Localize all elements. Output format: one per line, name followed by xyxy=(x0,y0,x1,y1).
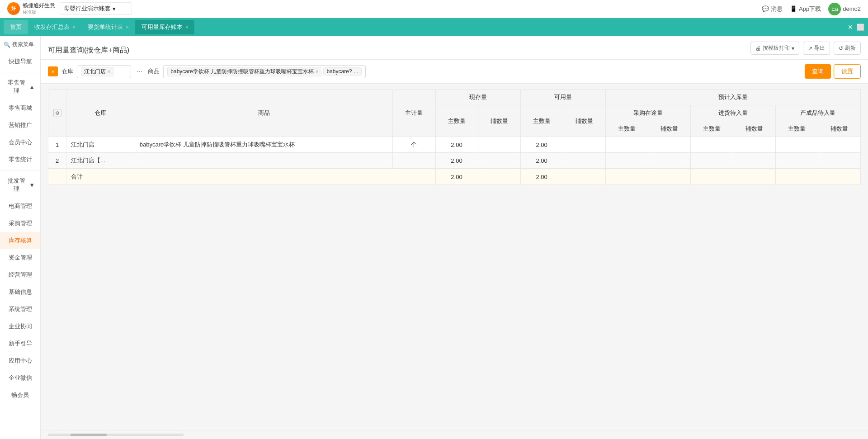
top-bar-left: 好 畅捷通好生意 标准版 母婴行业演示账套 ▾ xyxy=(7,2,132,15)
sidebar-retail-stat-label: 零售统计 xyxy=(9,156,32,164)
row1-current-main: 2.00 xyxy=(435,137,478,153)
print-button[interactable]: 🖨 按模板打印 ▾ xyxy=(750,42,799,55)
sidebar-item-enterprise[interactable]: 企业协同 xyxy=(0,318,40,335)
col-current-aux-header: 辅数量 xyxy=(478,105,520,137)
app-download-label: App下载 xyxy=(799,5,821,13)
avatar-text: Ea xyxy=(831,6,838,12)
nav-tabs: 首页 收发存汇总表 × 要货单统计表 × 可用量库存账本 × ✕ ⬜ xyxy=(0,18,868,36)
sidebar-item-finance[interactable]: 资金管理 xyxy=(0,249,40,266)
app-name: 畅捷通好生意 xyxy=(23,2,55,9)
table-row: 1 江北门店 babycare学饮杯 儿童防摔防撞吸管杯重力球吸嘴杯宝宝水杯 个… xyxy=(48,137,861,153)
user-area[interactable]: Ea demo2 xyxy=(828,3,861,15)
sidebar-retail-mall-label: 零售商城 xyxy=(9,104,32,112)
sidebar-search-label: 搜索菜单 xyxy=(12,41,34,48)
close-window-icon[interactable]: ✕ xyxy=(848,24,853,31)
refresh-button[interactable]: ↺ 刷新 xyxy=(834,42,861,55)
industry-selector[interactable]: 母婴行业演示账套 ▾ xyxy=(60,2,132,15)
sidebar-item-retail[interactable]: 零售管理 ▲ xyxy=(0,74,40,99)
sidebar-item-retail-stat[interactable]: 零售统计 xyxy=(0,151,40,168)
tab-receive-close[interactable]: × xyxy=(72,24,75,30)
sidebar-quicknav-label: 快捷导航 xyxy=(9,57,32,66)
sidebar-finance-label: 资金管理 xyxy=(9,254,32,262)
sidebar-item-business[interactable]: 经营管理 xyxy=(0,266,40,283)
col-incoming-header: 进货待入量 xyxy=(690,105,775,121)
sidebar-item-appstore[interactable]: 应用中心 xyxy=(0,352,40,369)
table-settings-icon[interactable]: ⚙ xyxy=(53,109,61,117)
product-tag-1: babycare学饮杯 儿童防摔防撞吸管杯重力球吸嘴杯宝宝水杯 × xyxy=(167,67,321,76)
row2-prod-aux xyxy=(818,153,860,169)
tab-inventory-close[interactable]: × xyxy=(185,24,188,30)
sidebar-item-purchase[interactable]: 采购管理 xyxy=(0,215,40,232)
product-tag-1-remove[interactable]: × xyxy=(316,69,318,74)
sidebar-system-label: 系统管理 xyxy=(9,305,32,313)
sidebar-ecommerce-label: 电商管理 xyxy=(9,202,32,210)
tab-inventory[interactable]: 可用量库存账本 × xyxy=(135,20,194,34)
row1-warehouse: 江北门店 xyxy=(66,137,135,153)
col-warehouse-header: 仓库 xyxy=(66,90,135,137)
sidebar-item-marketing[interactable]: 营销推广 xyxy=(0,117,40,134)
warehouse-filter-input[interactable]: 江北门店 × xyxy=(77,65,131,78)
sidebar-item-quicknav[interactable]: 快捷导航 xyxy=(0,53,40,70)
page-title: 可用量查询(按仓库+商品) xyxy=(48,46,129,55)
export-button[interactable]: ↗ 导出 xyxy=(803,42,830,55)
sidebar-item-ecommerce[interactable]: 电商管理 xyxy=(0,198,40,215)
data-table: ⚙ 仓库 商品 主计量 现存量 可用量 预计入库量 主数量 辅数量 主数量 辅数… xyxy=(48,89,861,185)
scroll-thumb[interactable] xyxy=(71,434,107,436)
sidebar-marketing-label: 营销推广 xyxy=(9,121,32,129)
sidebar-item-system[interactable]: 系统管理 xyxy=(0,301,40,318)
app-download-button[interactable]: 📱 App下载 xyxy=(790,5,821,13)
sidebar-item-basic[interactable]: 基础信息 xyxy=(0,283,40,301)
tab-inventory-label: 可用量库存账本 xyxy=(142,23,183,31)
filter-expand-button[interactable]: » xyxy=(48,66,58,76)
footer-prod-main xyxy=(775,169,818,185)
col-available-header: 可用量 xyxy=(520,90,605,105)
sidebar-vip-label: 畅会员 xyxy=(11,391,29,399)
settings-button[interactable]: 设置 xyxy=(834,64,861,79)
row2-avail-main: 2.00 xyxy=(520,153,563,169)
sidebar-item-member[interactable]: 会员中心 xyxy=(0,134,40,151)
footer-settings xyxy=(48,169,66,185)
sidebar-item-newguide[interactable]: 新手引导 xyxy=(0,335,40,352)
main-layout: 🔍 搜索菜单 快捷导航 零售管理 ▲ 零售商城 营销推广 会员中心 零售统计 批… xyxy=(0,36,868,439)
scroll-track[interactable] xyxy=(48,434,184,436)
col-forecast-header: 预计入库量 xyxy=(605,90,860,105)
sidebar-search[interactable]: 🔍 搜索菜单 xyxy=(0,36,40,53)
sidebar-item-inventory[interactable]: 库存核算 xyxy=(0,232,40,249)
message-icon: 💬 xyxy=(762,5,769,12)
row1-avail-main: 2.00 xyxy=(520,137,563,153)
col-purchase-main-header: 主数量 xyxy=(605,121,648,137)
top-bar: 好 畅捷通好生意 标准版 母婴行业演示账套 ▾ 💬 消息 📱 App下载 Ea … xyxy=(0,0,868,18)
sidebar-item-wholesale[interactable]: 批发管理 ▼ xyxy=(0,172,40,198)
query-button[interactable]: 查询 xyxy=(805,64,831,79)
tab-receive[interactable]: 收发存汇总表 × xyxy=(28,20,81,34)
row2-current-aux xyxy=(478,153,520,169)
sidebar-divider-2 xyxy=(0,170,40,170)
row1-purchase-main xyxy=(605,137,648,153)
warehouse-tag-remove[interactable]: × xyxy=(108,69,110,74)
message-button[interactable]: 💬 消息 xyxy=(762,5,783,13)
sidebar-item-retail-mall[interactable]: 零售商城 xyxy=(0,99,40,117)
sidebar-item-vip[interactable]: 畅会员 xyxy=(0,387,40,404)
row1-current-aux xyxy=(478,137,520,153)
row1-index: 1 xyxy=(48,137,66,153)
filter-actions: 查询 设置 xyxy=(805,64,861,79)
download-icon: 📱 xyxy=(790,5,797,12)
col-incoming-main-header: 主数量 xyxy=(690,121,733,137)
sidebar-member-label: 会员中心 xyxy=(9,138,32,146)
footer-prod-aux xyxy=(818,169,860,185)
product-filter-input[interactable]: babycare学饮杯 儿童防摔防撞吸管杯重力球吸嘴杯宝宝水杯 × babyca… xyxy=(163,65,365,78)
tab-home[interactable]: 首页 xyxy=(4,20,28,34)
warehouse-more-button[interactable]: ··· xyxy=(135,67,144,76)
maximize-icon[interactable]: ⬜ xyxy=(857,24,864,31)
row2-warehouse: 江北门店【... xyxy=(66,153,135,169)
col-settings-header: ⚙ xyxy=(48,90,66,137)
tab-order[interactable]: 要货单统计表 × xyxy=(81,20,135,34)
footer-row: 合计 2.00 2.00 xyxy=(48,169,861,185)
chevron-down-icon: ▾ xyxy=(113,5,116,12)
tab-order-close[interactable]: × xyxy=(126,24,128,30)
sidebar-item-wechat[interactable]: 企业微信 xyxy=(0,369,40,387)
footer-incoming-aux xyxy=(733,169,775,185)
footer-avail-main: 2.00 xyxy=(520,169,563,185)
refresh-label: 刷新 xyxy=(845,44,856,52)
col-incoming-aux-header: 辅数量 xyxy=(733,121,775,137)
